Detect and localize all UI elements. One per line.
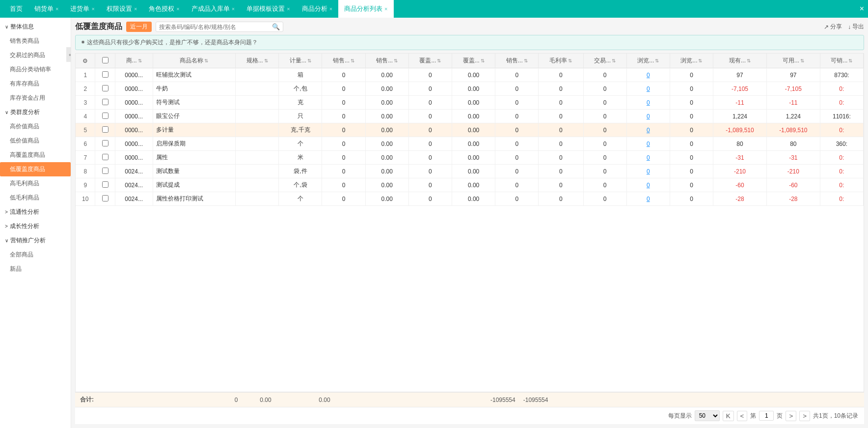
row-browse1[interactable]: 0 [626,110,670,123]
first-page-button[interactable]: K [723,411,734,421]
share-button[interactable]: ↗ 分享 [824,23,842,31]
sidebar-collapse-button[interactable]: « [66,47,71,62]
row-checkbox[interactable] [95,178,115,192]
sidebar-item-category-rate[interactable]: 商品分类动销率 [0,62,71,77]
row-checkbox[interactable] [95,151,115,165]
row-checkbox[interactable] [95,68,115,82]
next-page-button[interactable]: > [786,411,796,421]
search-input[interactable] [159,24,272,30]
col-current-stock[interactable]: 现有...⇅ [713,54,767,68]
sidebar-section-cluster[interactable]: ∨ 类群度分析 [0,105,71,119]
nav-product-analysis-list[interactable]: 商品分析列表 × [338,0,393,18]
row-checkbox[interactable] [95,110,115,123]
close-all-button[interactable]: × [860,4,864,13]
row-gross: 0 [539,151,583,165]
sidebar-item-low-margin[interactable]: 低毛利商品 [0,191,71,205]
row-browse1[interactable]: 0 [626,165,670,178]
sidebar-item-in-stock[interactable]: 有库存商品 [0,77,71,91]
row-cov1: 0 [408,82,452,96]
prev-page-button[interactable]: < [737,411,748,421]
close-icon[interactable]: × [329,6,332,12]
close-icon[interactable]: × [134,6,137,12]
row-browse1[interactable]: 0 [626,123,670,137]
nav-product-stock[interactable]: 产成品入库单 × [186,0,241,18]
close-icon[interactable]: × [232,6,235,12]
last-page-button[interactable]: > [799,411,810,421]
col-sales-qty[interactable]: 销售...⇅ [322,54,365,68]
sidebar-item-low-coverage[interactable]: 低覆盖度商品 [0,162,71,176]
col-sellable[interactable]: 可销...⇅ [820,54,863,68]
row-sales-c: 0 [495,82,539,96]
col-checkbox[interactable] [95,54,115,68]
close-icon[interactable]: × [176,6,179,12]
close-icon[interactable]: × [287,6,290,12]
row-browse1[interactable]: 0 [626,82,670,96]
col-code[interactable]: 商...⇅ [115,54,153,68]
row-checkbox[interactable] [95,82,115,96]
row-checkbox[interactable] [95,96,115,110]
sidebar-item-all-goods[interactable]: 全部商品 [0,248,71,262]
col-gross[interactable]: 毛利率⇅ [539,54,583,68]
row-checkbox[interactable] [95,165,115,178]
col-browse1[interactable]: 浏览...⇅ [626,54,670,68]
col-spec[interactable]: 规格...⇅ [236,54,279,68]
nav-purchase[interactable]: 进货单 × [64,0,100,18]
sidebar-item-low-value[interactable]: 低价值商品 [0,134,71,148]
period-button[interactable]: 近一月 [126,22,152,32]
col-trade[interactable]: 交易...⇅ [583,54,626,68]
nav-home[interactable]: 首页 [4,0,28,18]
page-number-input[interactable] [759,411,774,421]
nav-role[interactable]: 角色授权 × [143,0,185,18]
row-code: 0024... [115,178,153,192]
row-browse1[interactable]: 0 [626,137,670,151]
select-all-checkbox[interactable] [102,57,108,63]
row-browse2: 0 [670,68,713,82]
close-icon[interactable]: × [384,6,387,12]
footer-values: 0 0.00 0.00 -1095554 -1095554 [104,397,859,403]
row-checkbox[interactable] [95,137,115,151]
sidebar-section-overall[interactable]: ∨ 整体信息 [0,20,71,34]
row-browse1[interactable]: 0 [626,96,670,110]
nav-template[interactable]: 单据模板设置 × [241,0,296,18]
row-browse1[interactable]: 0 [626,151,670,165]
col-unit[interactable]: 计量...⇅ [279,54,322,68]
row-sales-amt: 0.00 [365,82,408,96]
sidebar-item-capital[interactable]: 库存资金占用 [0,91,71,105]
col-sales-count[interactable]: 销售...⇅ [495,54,539,68]
nav-permission[interactable]: 权限设置 × [101,0,143,18]
export-button[interactable]: ↓ 导出 [848,23,864,31]
col-sales-amt[interactable]: 销售...⇅ [365,54,408,68]
col-browse2[interactable]: 浏览...⇅ [670,54,713,68]
footer-label: 合计: [80,396,94,404]
row-browse1[interactable]: 0 [626,192,670,206]
nav-sales[interactable]: 销货单 × [28,0,64,18]
sidebar-section-liquidity[interactable]: > 流通性分析 [0,205,71,219]
row-spec [236,137,279,151]
row-checkbox[interactable] [95,123,115,137]
sidebar-item-new-goods[interactable]: 新品 [0,262,71,276]
sidebar-item-high-margin[interactable]: 高毛利商品 [0,176,71,191]
per-page-select[interactable]: 50 20 100 [695,410,720,421]
row-spec [236,110,279,123]
row-name: 启用保质期 [153,137,236,151]
col-settings[interactable]: ⚙ [76,54,95,68]
nav-product-analysis[interactable]: 商品分析 × [296,0,338,18]
close-icon[interactable]: × [55,6,58,12]
col-available[interactable]: 可用...⇅ [766,54,820,68]
sidebar-item-traded-goods[interactable]: 交易过的商品 [0,48,71,62]
sidebar-item-high-coverage[interactable]: 高覆盖度商品 [0,148,71,162]
row-checkbox[interactable] [95,192,115,206]
col-coverage2[interactable]: 覆盖...⇅ [452,54,495,68]
arrow-icon: ∨ [5,24,8,29]
close-icon[interactable]: × [91,6,94,12]
search-box[interactable]: 🔍 [156,22,283,32]
sidebar-section-marketing[interactable]: ∨ 营销推广分析 [0,233,71,248]
row-cov2: 0.00 [452,137,495,151]
row-browse1[interactable]: 0 [626,68,670,82]
col-coverage1[interactable]: 覆盖...⇅ [408,54,452,68]
sidebar-item-high-value[interactable]: 高价值商品 [0,119,71,134]
col-name[interactable]: 商品名称⇅ [153,54,236,68]
sidebar-section-growth[interactable]: > 成长性分析 [0,219,71,233]
row-browse1[interactable]: 0 [626,178,670,192]
sidebar-item-sales-goods[interactable]: 销售类商品 [0,34,71,48]
